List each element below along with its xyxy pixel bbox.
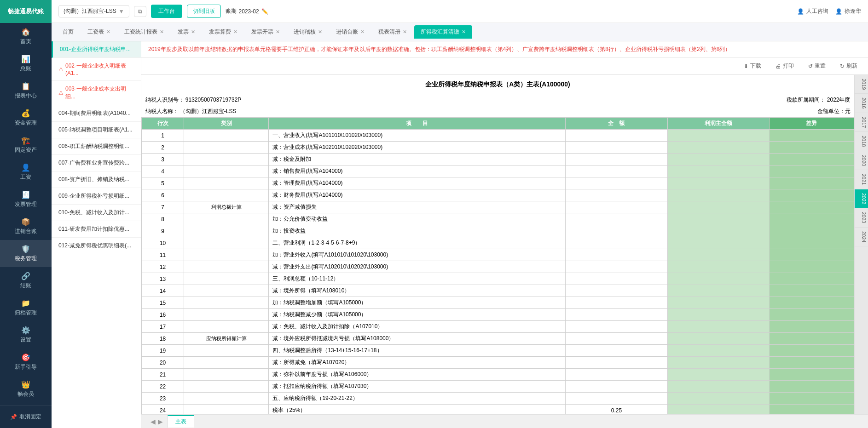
left-item-005[interactable]: 005-纳税调整项目明细表(A1... <box>52 122 141 138</box>
sidebar-item-member[interactable]: 👑 畅会员 <box>0 376 52 403</box>
tab-purchase-check-close[interactable]: ✕ <box>318 29 322 35</box>
cell-value[interactable] <box>566 213 667 225</box>
tab-salary-stats-close[interactable]: ✕ <box>160 29 164 35</box>
cell-profit[interactable] <box>667 237 769 249</box>
left-item-010[interactable]: 010-免税、减计收入及加计... <box>52 205 141 221</box>
print-button[interactable]: 🖨 打印 <box>772 60 798 72</box>
tab-tax-clear[interactable]: 税表清册 ✕ <box>372 25 413 39</box>
left-item-007[interactable]: 007-广告费和业务宣传费跨... <box>52 155 141 171</box>
left-item-006[interactable]: 006-职工薪酬纳税调整明细... <box>52 138 141 155</box>
user-profile[interactable]: 👤 徐逢华 <box>835 7 861 15</box>
sidebar-item-purchase-sales[interactable]: 📦 进销台账 <box>0 213 52 240</box>
tab-invoice-close[interactable]: ✕ <box>191 29 195 35</box>
sidebar-item-reports[interactable]: 📋 报表中心 <box>0 77 52 104</box>
cell-profit[interactable] <box>667 357 769 369</box>
cell-diff[interactable] <box>769 297 854 309</box>
company-selector[interactable]: (勾删）江西服宝-LSS ▼ <box>58 5 129 17</box>
cell-diff[interactable] <box>769 405 854 415</box>
cell-profit[interactable] <box>667 321 769 333</box>
cell-value[interactable] <box>566 142 667 154</box>
left-item-002[interactable]: ⚠ 002-一般企业收入明细表(A1... <box>52 58 141 81</box>
cell-profit[interactable] <box>667 381 769 393</box>
cell-value[interactable] <box>566 369 667 381</box>
cell-value[interactable] <box>566 130 667 142</box>
left-item-001[interactable]: 001-企业所得税年度纳税申... <box>52 41 141 58</box>
sidebar-item-finance[interactable]: 💰 资金管理 <box>0 104 52 131</box>
cell-profit[interactable] <box>667 297 769 309</box>
tab-invoice-open-close[interactable]: ✕ <box>276 29 280 35</box>
year-2022[interactable]: 2022 <box>855 189 868 208</box>
cell-profit[interactable] <box>667 177 769 189</box>
sidebar-item-close-period[interactable]: 🔗 结账 <box>0 267 52 294</box>
left-item-004[interactable]: 004-期间费用明细表(A1040... <box>52 105 141 122</box>
sidebar-item-ledger[interactable]: 📊 总账 <box>0 50 52 77</box>
sheet-tab-main[interactable]: 主表 <box>168 415 194 428</box>
copy-button[interactable]: ⧉ <box>134 6 146 17</box>
cell-profit[interactable] <box>667 285 769 297</box>
cell-value[interactable]: 0.25 <box>566 405 667 415</box>
cell-profit[interactable] <box>667 345 769 357</box>
left-item-009[interactable]: 009-企业所得税补亏损明细... <box>52 188 141 205</box>
year-2021[interactable]: 2021 <box>855 170 868 189</box>
tab-salary[interactable]: 工资表 ✕ <box>81 25 117 39</box>
year-2020[interactable]: 2020 <box>855 151 868 170</box>
cell-diff[interactable] <box>769 261 854 273</box>
sidebar-item-home[interactable]: 🏠 首页 <box>0 23 52 50</box>
sidebar-item-guide[interactable]: 🎯 新手引导 <box>0 348 52 376</box>
cell-diff[interactable] <box>769 225 854 237</box>
unpin-button[interactable]: 📌 取消固定 <box>0 409 52 424</box>
cell-diff[interactable] <box>769 381 854 393</box>
tab-salary-close[interactable]: ✕ <box>106 29 110 35</box>
year-2016[interactable]: 2016 <box>855 94 868 113</box>
cell-diff[interactable] <box>769 177 854 189</box>
workbench-button[interactable]: 工作台 <box>151 5 182 18</box>
cell-value[interactable] <box>566 345 667 357</box>
cell-diff[interactable] <box>769 309 854 321</box>
tab-invoice-calc[interactable]: 发票算费 ✕ <box>203 25 244 39</box>
tab-income-tax[interactable]: 所得税汇算清缴 ✕ <box>414 25 472 39</box>
sidebar-item-salary[interactable]: 👤 工资 <box>0 159 52 186</box>
table-container[interactable]: 企业所得税年度纳税申报表（A类）主表(A100000) 纳税人识别号： 9132… <box>141 75 854 414</box>
cell-diff[interactable] <box>769 393 854 405</box>
left-item-011[interactable]: 011-研发费用加计扣除优惠... <box>52 221 141 238</box>
cell-value[interactable] <box>566 165 667 177</box>
year-2024[interactable]: 2024 <box>855 228 868 246</box>
tab-salary-stats[interactable]: 工资统计报表 ✕ <box>118 25 170 39</box>
refresh-button[interactable]: ↻ 刷新 <box>836 60 861 72</box>
cell-value[interactable] <box>566 321 667 333</box>
cell-diff[interactable] <box>769 249 854 261</box>
tab-invoice-open[interactable]: 发票开票 ✕ <box>245 25 286 39</box>
tab-purchase-ledger-close[interactable]: ✕ <box>360 29 365 35</box>
cell-diff[interactable] <box>769 357 854 369</box>
cell-value[interactable] <box>566 225 667 237</box>
cell-diff[interactable] <box>769 154 854 165</box>
cell-diff[interactable] <box>769 273 854 285</box>
year-2018[interactable]: 2018 <box>855 132 868 151</box>
cell-value[interactable] <box>566 285 667 297</box>
reset-button[interactable]: ↺ 重置 <box>804 60 829 72</box>
cell-profit[interactable] <box>667 154 769 165</box>
cutday-button[interactable]: 切到旧版 <box>187 5 221 18</box>
cell-value[interactable] <box>566 393 667 405</box>
sidebar-item-settings[interactable]: ⚙️ 设置 <box>0 321 52 348</box>
cell-value[interactable] <box>566 261 667 273</box>
cell-profit[interactable] <box>667 333 769 345</box>
cell-profit[interactable] <box>667 142 769 154</box>
cell-diff[interactable] <box>769 321 854 333</box>
left-item-003[interactable]: ⚠ 003-一般企业成本支出明细... <box>52 81 141 105</box>
left-item-012[interactable]: 012-减免所得税优惠明细表(... <box>52 238 141 254</box>
cell-value[interactable] <box>566 381 667 393</box>
cell-profit[interactable] <box>667 189 769 201</box>
cell-value[interactable] <box>566 154 667 165</box>
cell-profit[interactable] <box>667 405 769 415</box>
cell-profit[interactable] <box>667 273 769 285</box>
cell-profit[interactable] <box>667 201 769 213</box>
cell-profit[interactable] <box>667 393 769 405</box>
sidebar-item-archive[interactable]: 📁 归档管理 <box>0 294 52 321</box>
cell-value[interactable] <box>566 249 667 261</box>
sidebar-item-assets[interactable]: 🏗️ 固定资产 <box>0 131 52 159</box>
cell-value[interactable] <box>566 177 667 189</box>
cell-profit[interactable] <box>667 213 769 225</box>
tab-home[interactable]: 首页 <box>56 25 80 39</box>
cell-diff[interactable] <box>769 142 854 154</box>
